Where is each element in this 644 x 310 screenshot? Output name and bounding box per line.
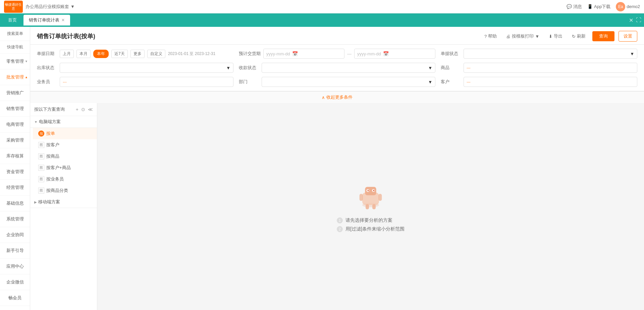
date-btn-7days[interactable]: 近7天 [111,50,128,58]
scheme-item-by-salesman[interactable]: 图 按业务员 [33,173,97,185]
message-btn[interactable]: 💬 消息 [567,4,582,10]
sidebar-item-system[interactable]: 系统管理 [0,211,30,227]
svg-rect-9 [378,194,382,201]
calendar-icon-1[interactable]: 📅 [292,51,298,56]
print-label: 按模板打印 [512,33,534,39]
left-panel-icons: + ⊙ ≪ [76,107,93,112]
sidebar-item-basic[interactable]: 基础信息 [0,196,30,211]
out-status-label: 出库状态 [37,65,57,71]
scheme-label-by-cust-prod: 按客户+商品 [46,165,71,171]
scheme-item-by-order[interactable]: 按 按单 [33,128,97,139]
sidebar-item-ecommerce[interactable]: 电商管理 [0,117,30,133]
breadcrumb[interactable]: 办公用品行业模拟账套 ▼ [25,4,75,10]
message-icon: 💬 [567,4,572,9]
sidebar-search[interactable]: 搜索菜单 [0,27,30,41]
sidebar-item-sales[interactable]: 销售管理 [0,101,30,117]
date-btn-custom[interactable]: 自定义 [147,50,165,58]
query-button[interactable]: 查询 [592,31,614,41]
tab-close-icon[interactable]: ✕ [61,18,65,22]
tab-home-label: 首页 [8,17,17,23]
scheme-label-by-order: 按单 [46,131,55,137]
sidebar-item-apps[interactable]: 应用中心 [0,259,30,274]
setting-button[interactable]: 设置 [619,31,637,42]
empty-illustration [354,178,387,212]
customer-ellipsis-icon[interactable]: ··· [467,79,471,85]
expand-tab-btn[interactable]: ⛶ [636,17,641,23]
print-icon: 🖨 [506,34,511,39]
message-label: 消息 [573,4,582,10]
app-download-btn[interactable]: 📱 App下载 [587,4,610,10]
salesman-ellipsis-icon[interactable]: ··· [63,79,67,85]
sidebar-item-marketing[interactable]: 营销推广 [0,85,30,101]
scheme-item-by-customer[interactable]: 图 按客户 [33,139,97,151]
out-status-select[interactable]: ▼ [60,63,233,73]
scheme-group-mobile[interactable]: ▶ 移动端方案 [30,196,97,208]
sidebar: 搜索菜单 快捷导航 零售管理 批发管理 营销推广 销售管理 电商管理 采购管理 … [0,27,30,310]
filter-row-3: 业务员 ··· 部门 ▼ 客户 ··· [37,77,637,87]
date-btn-this-year[interactable]: 本年 [93,50,109,58]
tab-sales-stat[interactable]: 销售订单统计表 ✕ [23,15,70,25]
calendar-icon-2[interactable]: 📅 [383,51,389,56]
sidebar-item-finance[interactable]: 资金管理 [0,164,30,180]
close-tab-btn[interactable]: ✕ [629,17,633,23]
filter-row-2: 出库状态 ▼ 收款状态 ▼ 商品 ··· [37,63,637,73]
sidebar-item-operation[interactable]: 经营管理 [0,180,30,196]
collapse-arrow-icon: ∧ [322,95,325,100]
salesman-input[interactable]: ··· [60,77,233,87]
product-input[interactable]: ··· [464,63,637,73]
left-panel-title: 按以下方案查询 [34,106,65,112]
sidebar-item-enterprise[interactable]: 企业协同 [0,227,30,243]
sidebar-item-wechat[interactable]: 企业微信 [0,274,30,290]
date-placeholder-2: yyyy-mm-dd [357,51,381,56]
dept-select[interactable]: ▼ [262,77,435,87]
print-arrow-icon: ▼ [535,34,539,39]
customer-input[interactable]: ··· [464,77,637,87]
product-ellipsis-icon[interactable]: ··· [467,65,471,70]
sidebar-item-newuser[interactable]: 新手引导 [0,243,30,259]
doc-status-label: 单据状态 [441,51,461,57]
content: 销售订单统计表(按单) ? 帮助 🖨 按模板打印 ▼ ⬇ 导出 ↻ 刷新 [30,27,644,310]
doc-status-select[interactable]: ▼ [464,49,637,59]
tab-home[interactable]: 首页 [3,15,22,25]
receipt-status-select[interactable]: ▼ [262,63,435,73]
svg-rect-10 [366,204,369,209]
scheme-item-by-product[interactable]: 图 按商品 [33,151,97,162]
collapse-panel-icon[interactable]: ≪ [88,107,93,112]
scheme-icon-sq-category: 图 [38,188,44,194]
date-btn-last-month[interactable]: 上月 [60,50,74,58]
scheme-group-pc[interactable]: ▼ 电脑端方案 [30,116,97,128]
expected-date-end[interactable]: yyyy-mm-dd 📅 [354,49,435,59]
scheme-item-by-category[interactable]: 图 按商品分类 [33,185,97,196]
expected-date-start[interactable]: yyyy-mm-dd 📅 [263,49,344,59]
user-menu[interactable]: Ea demo2 [616,2,640,11]
sidebar-item-retail[interactable]: 零售管理 [0,54,30,69]
scheme-item-by-cust-prod[interactable]: 图 按客户+商品 [33,162,97,173]
dept-label: 部门 [239,79,259,85]
refresh-btn[interactable]: ↻ 刷新 [569,32,588,41]
sidebar-nav[interactable]: 快捷导航 [0,41,30,54]
date-btn-more[interactable]: 更多 [130,50,145,58]
sidebar-item-member[interactable]: 畅会员 [0,290,30,306]
print-btn[interactable]: 🖨 按模板打印 ▼ [503,32,542,41]
scheme-label-by-salesman: 按业务员 [46,176,64,182]
filter-out-status-col: 出库状态 ▼ [37,63,233,73]
body-layout: 按以下方案查询 + ⊙ ≪ ▼ 电脑端方案 按 按单 [30,103,644,310]
scheme-icon-sq-salesman: 图 [38,176,44,182]
collapse-filter-btn[interactable]: ∧ 收起更多条件 [30,91,644,103]
expected-date-label: 预计交货期 [239,51,261,57]
date-btn-this-month[interactable]: 本月 [76,50,91,58]
settings-scheme-icon[interactable]: ⊙ [81,107,85,112]
add-scheme-icon[interactable]: + [76,107,78,112]
help-btn[interactable]: ? 帮助 [482,32,499,41]
export-btn[interactable]: ⬇ 导出 [546,32,565,41]
left-panel-header: 按以下方案查询 + ⊙ ≪ [30,103,97,116]
sidebar-item-inventory[interactable]: 库存核算 [0,148,30,164]
salesman-label: 业务员 [37,79,57,85]
breadcrumb-text: 办公用品行业模拟账套 [25,4,69,10]
receipt-status-label: 收款状态 [239,65,259,71]
sidebar-item-wholesale[interactable]: 批发管理 [0,69,30,85]
logo-text: 畅捷通好生意 [4,3,23,11]
refresh-label: 刷新 [577,33,586,39]
sidebar-item-purchase[interactable]: 采购管理 [0,133,30,148]
empty-tips: 1 请先选择要分析的方案 2 用[过滤]条件来缩小分析范围 [337,217,405,235]
